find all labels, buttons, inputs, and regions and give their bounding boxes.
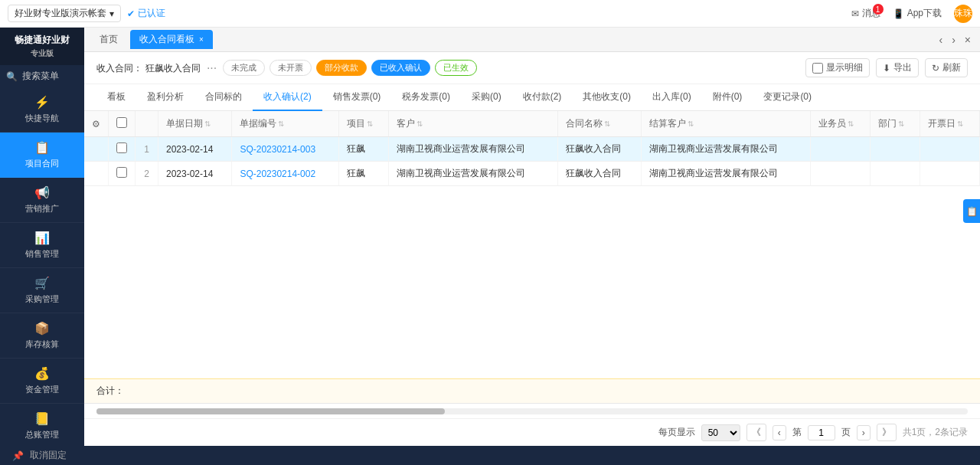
message-button[interactable]: ✉ 消息 1 bbox=[851, 7, 880, 20]
next-tab-icon[interactable]: › bbox=[949, 32, 959, 47]
detail-checkbox-input[interactable] bbox=[812, 63, 823, 74]
tab-kanban[interactable]: 看板 bbox=[96, 84, 136, 111]
row-settings-1[interactable] bbox=[84, 162, 109, 186]
horizontal-scrollbar[interactable] bbox=[84, 403, 980, 418]
status-effective[interactable]: 已生效 bbox=[435, 60, 477, 76]
page-label-2: 页 bbox=[841, 426, 851, 439]
marketing-label: 营销推广 bbox=[25, 203, 59, 214]
scroll-thumb[interactable] bbox=[96, 408, 445, 414]
tab-contract-mark[interactable]: 合同标的 bbox=[194, 84, 253, 111]
sidebar-item-sales[interactable]: 📊 销售管理 bbox=[0, 223, 84, 268]
notification-badge: 1 bbox=[873, 4, 884, 15]
row-checkbox-0[interactable] bbox=[116, 142, 127, 153]
row-checkbox-1[interactable] bbox=[116, 167, 127, 178]
company-selector[interactable]: 好业财专业版演示帐套 ▾ bbox=[8, 5, 121, 22]
last-page-button[interactable]: 》 bbox=[877, 424, 897, 441]
tab-attachment[interactable]: 附件(0) bbox=[702, 84, 753, 111]
next-page-button[interactable]: › bbox=[857, 425, 871, 440]
row-num-1: 2 bbox=[136, 162, 158, 186]
inner-tabs: 看板 盈利分析 合同标的 收入确认(2) 销售发票(0) 税务发票(0) 采购(… bbox=[84, 84, 980, 111]
tab-other-income[interactable]: 其他收支(0) bbox=[572, 84, 642, 111]
th-date[interactable]: 单据日期 ⇅ bbox=[158, 111, 232, 137]
row-number-link-1[interactable]: SQ-20230214-002 bbox=[240, 169, 315, 179]
th-salesman[interactable]: 业务员 ⇅ bbox=[810, 111, 870, 137]
sort-contract-icon: ⇅ bbox=[604, 120, 610, 128]
th-settings[interactable]: ⚙ bbox=[84, 111, 109, 137]
tab-income-kanban[interactable]: 收入合同看板 × bbox=[130, 30, 213, 49]
sidebar-item-inventory[interactable]: 📦 库存核算 bbox=[0, 313, 84, 359]
row-contract-0: 狂飙收入合同 bbox=[557, 137, 641, 162]
quick-nav-label: 快捷导航 bbox=[25, 113, 59, 124]
tab-income-confirm[interactable]: 收入确认(2) bbox=[253, 84, 322, 111]
app-download-label: App下载 bbox=[907, 7, 942, 20]
status-not-done[interactable]: 未完成 bbox=[223, 60, 265, 76]
tab-profit[interactable]: 盈利分析 bbox=[136, 84, 194, 111]
tab-tax-invoice[interactable]: 税务发票(0) bbox=[391, 84, 461, 111]
tab-sales-invoice[interactable]: 销售发票(0) bbox=[322, 84, 392, 111]
page-size-select[interactable]: 50 100 200 bbox=[701, 424, 740, 441]
tab-bar: 首页 收入合同看板 × ‹ › × bbox=[84, 28, 980, 52]
row-date-1: 2023-02-14 bbox=[158, 162, 232, 186]
th-open-date[interactable]: 开票日 ⇅ bbox=[920, 111, 979, 137]
row-settings-0[interactable] bbox=[84, 137, 109, 162]
user-profile[interactable]: 珠珠 bbox=[954, 5, 972, 23]
inventory-label: 库存核算 bbox=[25, 339, 59, 350]
purchase-icon: 🛒 bbox=[34, 276, 50, 290]
close-all-tabs-icon[interactable]: × bbox=[962, 32, 974, 47]
th-dept[interactable]: 部门 ⇅ bbox=[871, 111, 920, 137]
export-button[interactable]: ⬇ 导出 bbox=[876, 58, 919, 77]
tab-home[interactable]: 首页 bbox=[90, 30, 127, 49]
right-edge-shortcut[interactable]: 📋 bbox=[963, 199, 980, 223]
app-download-button[interactable]: 📱 App下载 bbox=[893, 7, 942, 20]
shortcut-icon: 📋 bbox=[966, 205, 977, 217]
active-tab-label: 收入合同看板 bbox=[139, 33, 194, 46]
status-not-invoiced[interactable]: 未开票 bbox=[270, 60, 312, 76]
th-contract[interactable]: 合同名称 ⇅ bbox=[557, 111, 641, 137]
th-customer[interactable]: 客户 ⇅ bbox=[388, 111, 557, 137]
prev-tab-icon[interactable]: ‹ bbox=[936, 32, 946, 47]
refresh-button[interactable]: ↻ 刷新 bbox=[925, 58, 968, 77]
page-content: 收入合同： 狂飙收入合同 ··· 未完成 未开票 部分收款 已收入确认 已生效 bbox=[84, 52, 980, 446]
row-number-1: SQ-20230214-002 bbox=[232, 162, 339, 186]
tab-warehouse[interactable]: 出入库(0) bbox=[642, 84, 702, 111]
th-end-customer[interactable]: 结算客户 ⇅ bbox=[641, 111, 810, 137]
logo-text: 畅捷通好业财 bbox=[15, 34, 70, 47]
sidebar-item-marketing[interactable]: 📢 营销推广 bbox=[0, 178, 84, 223]
th-number[interactable]: 单据编号 ⇅ bbox=[232, 111, 339, 137]
status-partial-payment[interactable]: 部分收款 bbox=[316, 60, 367, 76]
page-label: 第 bbox=[792, 426, 802, 439]
more-options-icon[interactable]: ··· bbox=[207, 61, 217, 75]
topbar: 好业财专业版演示帐套 ▾ ✔ 已认证 ✉ 消息 1 📱 App下载 珠珠 bbox=[0, 0, 980, 28]
funds-label: 资金管理 bbox=[25, 384, 59, 395]
tab-purchase-inner[interactable]: 采购(0) bbox=[461, 84, 512, 111]
sidebar-item-funds[interactable]: 💰 资金管理 bbox=[0, 359, 84, 404]
tab-payment[interactable]: 收付款(2) bbox=[512, 84, 573, 111]
general-label: 总账管理 bbox=[25, 429, 59, 440]
tab-change-log[interactable]: 变更记录(0) bbox=[753, 84, 822, 111]
show-detail-label: 显示明细 bbox=[826, 61, 863, 74]
row-number-link-0[interactable]: SQ-20230214-003 bbox=[240, 144, 315, 155]
page-header: 收入合同： 狂飙收入合同 ··· 未完成 未开票 部分收款 已收入确认 已生效 bbox=[84, 52, 980, 84]
sidebar-item-project[interactable]: 📋 项目合同 bbox=[0, 133, 84, 178]
cancel-pin-icon: 📌 bbox=[12, 450, 24, 461]
show-detail-checkbox[interactable]: 显示明细 bbox=[805, 58, 870, 77]
title-name: 狂飙收入合同 bbox=[145, 63, 201, 74]
close-tab-icon[interactable]: × bbox=[199, 35, 204, 44]
refresh-label: 刷新 bbox=[942, 61, 961, 74]
cancel-pin-label[interactable]: 取消固定 bbox=[30, 449, 67, 462]
topbar-left: 好业财专业版演示帐套 ▾ ✔ 已认证 bbox=[8, 5, 165, 22]
row-customer-0: 湖南卫视商业运营发展有限公司 bbox=[388, 137, 557, 162]
sidebar-item-general[interactable]: 📒 总账管理 bbox=[0, 404, 84, 446]
th-project[interactable]: 项目 ⇅ bbox=[339, 111, 388, 137]
first-page-button[interactable]: 《 bbox=[746, 424, 766, 441]
tab-nav-icons: ‹ › × bbox=[936, 32, 974, 47]
status-confirmed[interactable]: 已收入确认 bbox=[371, 60, 430, 76]
company-name: 好业财专业版演示帐套 bbox=[15, 7, 106, 20]
select-all-checkbox[interactable] bbox=[116, 117, 127, 128]
sidebar-search[interactable]: 🔍 搜索菜单 bbox=[0, 65, 84, 87]
sidebar-item-purchase[interactable]: 🛒 采购管理 bbox=[0, 268, 84, 313]
page-input[interactable] bbox=[808, 425, 835, 440]
refresh-icon: ↻ bbox=[932, 63, 939, 74]
prev-page-button[interactable]: ‹ bbox=[773, 425, 786, 440]
sidebar-item-quick-nav[interactable]: ⚡ 快捷导航 bbox=[0, 87, 84, 133]
